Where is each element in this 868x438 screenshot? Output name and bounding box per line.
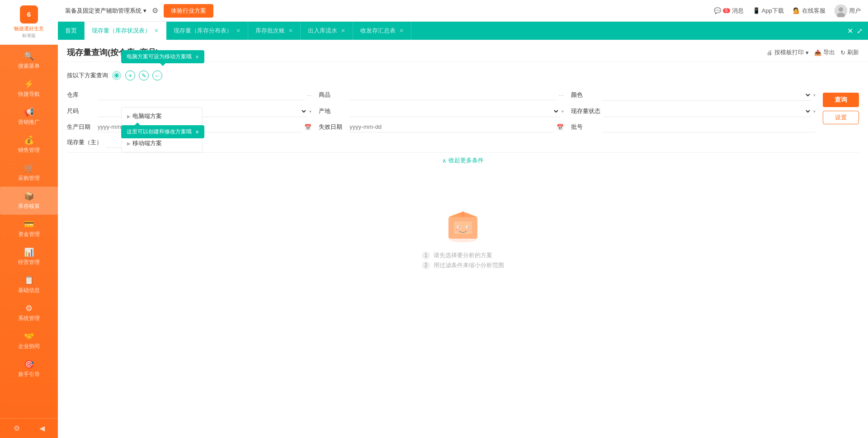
- stock-status-label: 现存量状态: [571, 107, 600, 115]
- add-scheme-button[interactable]: +: [125, 71, 135, 80]
- tooltip2-text: 这里可以创建和修改方案哦: [127, 128, 192, 136]
- tab-inventory-status-close[interactable]: ✕: [154, 28, 159, 34]
- color-label: 颜色: [571, 91, 598, 99]
- filter-field-goods: 商品 ···: [319, 89, 563, 100]
- tab-inventory-dist[interactable]: 现存量（库存分布表） ✕: [166, 22, 248, 40]
- sidebar-bottom: ⚙ ◀: [0, 418, 58, 438]
- empty-hint-1: 1 请先选择要分析的方案: [422, 251, 504, 259]
- goods-input[interactable]: [349, 89, 557, 100]
- collapse-icon: ∧: [442, 157, 447, 164]
- sidebar-item-inventory[interactable]: 📦 库存核算: [0, 187, 58, 215]
- logo-badge: 标准版: [22, 33, 36, 39]
- experience-button[interactable]: 体验行业方案: [164, 4, 213, 18]
- sidebar-settings-icon[interactable]: ⚙: [14, 424, 20, 433]
- message-action[interactable]: 💬 6 消息: [714, 7, 744, 15]
- edit-scheme-button[interactable]: ✎: [139, 71, 149, 80]
- logo-icon: 6: [20, 5, 38, 24]
- sidebar-item-label: 系统管理: [18, 315, 40, 322]
- origin-dropdown-arrow: ▾: [561, 109, 564, 114]
- user-action[interactable]: 用户: [835, 5, 861, 17]
- tab-bar-actions: ✕ ⤢: [842, 27, 868, 35]
- logo-text: 畅捷通好生意: [14, 25, 44, 32]
- tab-home-label: 首页: [65, 27, 77, 35]
- sidebar-item-enterprise[interactable]: 🤝 企业协同: [0, 327, 58, 355]
- scheme-tree-item-mobile[interactable]: ▶ 移动端方案: [122, 137, 202, 150]
- filter-header: 按以下方案查询 + ✎ ← 电脑方案可设为移动方案哦 ×: [67, 67, 859, 84]
- tab-batch-account-close[interactable]: ✕: [288, 28, 293, 34]
- tooltip1-close[interactable]: ×: [195, 53, 199, 61]
- online-support-action[interactable]: 💁 在线客服: [793, 7, 826, 15]
- expire-date-calendar-icon[interactable]: 📅: [557, 124, 564, 131]
- setup-button[interactable]: 设置: [823, 111, 859, 124]
- produce-date-label: 生产日期: [67, 123, 94, 131]
- gear-icon[interactable]: ⚙: [152, 6, 158, 15]
- sidebar-item-label: 库存核算: [18, 203, 40, 210]
- operation-icon: 📊: [24, 247, 34, 257]
- sidebar-item-marketing[interactable]: 📢 营销推广: [0, 103, 58, 131]
- origin-select[interactable]: [349, 105, 559, 117]
- collapse-bar[interactable]: ∧ 收起更多条件: [67, 152, 859, 168]
- sidebar-item-basic[interactable]: 📋 基础信息: [0, 271, 58, 299]
- sidebar-item-label: 营销推广: [18, 118, 40, 126]
- page-actions: 🖨 按模板打印 ▾ 📤 导出 ↻ 刷新: [767, 48, 859, 57]
- sidebar-item-search-menu[interactable]: 🔍 搜索菜单: [0, 47, 58, 75]
- color-dropdown-arrow: ▾: [813, 93, 816, 98]
- header-left: 装备及固定资产辅助管理系统 ▾ ⚙ 体验行业方案: [65, 4, 213, 18]
- filter-field-warehouse: 仓库 ···: [67, 89, 311, 100]
- purchase-icon: 🛒: [24, 163, 34, 173]
- warehouse-dots[interactable]: ···: [307, 92, 311, 99]
- message-icon: 💬: [714, 7, 721, 14]
- filter-field-stock-status: 现存量状态 ▾: [571, 105, 816, 117]
- sidebar-item-quick-nav[interactable]: ⚡ 快捷导航: [0, 75, 58, 103]
- color-select[interactable]: [602, 89, 811, 101]
- query-button[interactable]: 查询: [823, 93, 859, 107]
- export-button[interactable]: 📤 导出: [814, 48, 835, 57]
- close-all-tabs-icon[interactable]: ✕: [847, 27, 853, 35]
- produce-date-calendar-icon[interactable]: 📅: [304, 124, 311, 131]
- top-header: 装备及固定资产辅助管理系统 ▾ ⚙ 体验行业方案 💬 6 消息 📱 App下载 …: [58, 0, 868, 22]
- empty-illustration: 1 请先选择要分析的方案 2 用过滤条件来缩小分析范围: [422, 199, 504, 271]
- sidebar-item-system[interactable]: ⚙ 系统管理: [0, 299, 58, 327]
- scheme-tree-item-desktop[interactable]: ▶ 电脑端方案: [122, 109, 202, 123]
- back-scheme-button[interactable]: ←: [152, 71, 162, 80]
- svg-point-14: [467, 229, 471, 231]
- refresh-button[interactable]: ↻ 刷新: [840, 48, 859, 57]
- inventory-icon: 📦: [24, 191, 34, 201]
- sidebar-item-guide[interactable]: 🎯 新手引导: [0, 355, 58, 383]
- tab-inventory-status[interactable]: 现存量（库存状况表） ✕: [85, 22, 166, 40]
- sidebar-item-label: 采购管理: [18, 174, 40, 182]
- print-button[interactable]: 🖨 按模板打印 ▾: [767, 48, 809, 57]
- enterprise-icon: 🤝: [24, 331, 34, 341]
- tab-inout-flow-close[interactable]: ✕: [341, 28, 345, 34]
- message-label: 消息: [732, 7, 744, 15]
- warehouse-input[interactable]: [98, 89, 305, 100]
- sidebar-item-label: 基础信息: [18, 287, 40, 294]
- app-download-action[interactable]: 📱 App下载: [753, 7, 784, 15]
- sidebar-item-operation[interactable]: 📊 经营管理: [0, 243, 58, 271]
- refresh-label: 刷新: [847, 48, 859, 57]
- tab-collect-summary[interactable]: 收发存汇总表 ✕: [353, 22, 411, 40]
- sidebar-item-sales[interactable]: 💰 销售管理: [0, 131, 58, 159]
- fullscreen-icon[interactable]: ⤢: [857, 27, 863, 35]
- goods-dots[interactable]: ···: [559, 92, 564, 99]
- system-title-select[interactable]: 装备及固定资产辅助管理系统 ▾: [65, 7, 146, 15]
- sidebar-collapse-icon[interactable]: ◀: [39, 424, 45, 433]
- tab-inout-flow[interactable]: 出入库流水 ✕: [301, 22, 353, 40]
- stock-status-select[interactable]: [604, 105, 811, 117]
- sidebar-item-finance[interactable]: 💳 资金管理: [0, 215, 58, 243]
- sidebar-item-purchase[interactable]: 🛒 采购管理: [0, 159, 58, 187]
- sidebar-item-label: 企业协同: [18, 343, 40, 350]
- svg-text:6: 6: [27, 10, 31, 18]
- tab-home[interactable]: 首页: [58, 22, 85, 40]
- tab-batch-account[interactable]: 库存批次账 ✕: [248, 22, 301, 40]
- query-setup-group: 查询 设置: [823, 93, 859, 124]
- tab-collect-summary-close[interactable]: ✕: [399, 28, 404, 34]
- tab-inventory-dist-close[interactable]: ✕: [236, 28, 241, 34]
- filter-field-color: 颜色 ▾: [571, 89, 816, 101]
- warehouse-label: 仓库: [67, 91, 94, 99]
- tooltip1-popup: 电脑方案可设为移动方案哦 ×: [121, 50, 204, 63]
- expire-date-input[interactable]: [349, 122, 554, 132]
- batch-no-input[interactable]: [602, 122, 816, 132]
- tooltip2-close[interactable]: ×: [195, 128, 199, 136]
- sidebar-logo: 6 畅捷通好生意 标准版: [0, 0, 58, 45]
